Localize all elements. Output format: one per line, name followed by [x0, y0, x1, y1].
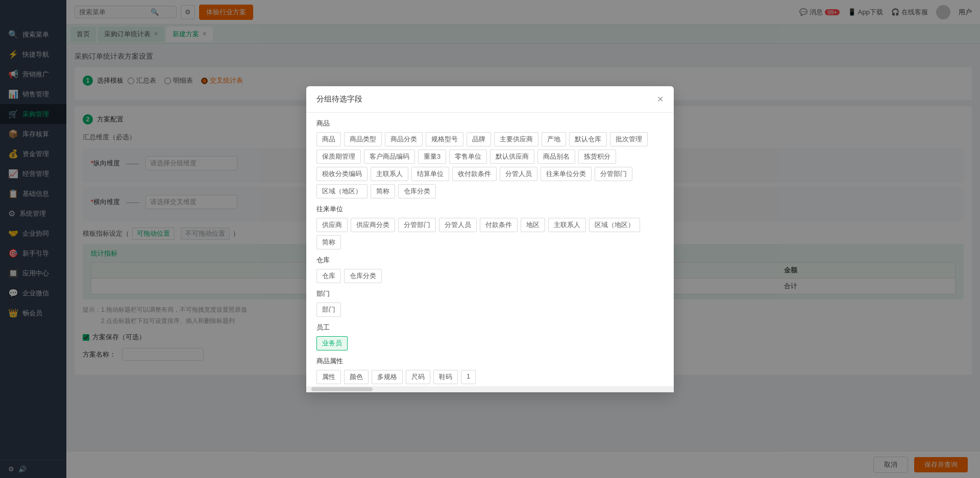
field-weight[interactable]: 重量3: [418, 149, 446, 164]
field-salesperson[interactable]: 业务员: [316, 336, 348, 350]
field-size[interactable]: 尺码: [406, 370, 430, 384]
field-brand[interactable]: 品牌: [467, 132, 491, 146]
field-spec[interactable]: 规格型号: [426, 132, 463, 146]
field-area[interactable]: 地区: [521, 218, 545, 232]
field-supplier[interactable]: 供应商: [316, 218, 348, 232]
employee-fields: 业务员: [316, 336, 664, 350]
partner-fields: 供应商 供应商分类 分管部门 分管人员 付款条件 地区 主联系人 区域（地区） …: [316, 218, 664, 249]
field-pick-score[interactable]: 拣货积分: [578, 149, 616, 164]
section-product: 商品 商品 商品类型 商品分类 规格型号 品牌 主要供应商 产地 默认仓库 批次…: [316, 119, 664, 198]
field-dept2[interactable]: 分管部门: [398, 218, 436, 232]
field-alias[interactable]: 商品别名: [537, 149, 575, 164]
field-abbr-partner[interactable]: 简称: [316, 235, 341, 249]
field-manager2[interactable]: 分管人员: [439, 218, 477, 232]
field-multi-spec[interactable]: 多规格: [372, 370, 403, 384]
field-attr[interactable]: 属性: [316, 370, 341, 384]
modal-body: 商品 商品 商品类型 商品分类 规格型号 品牌 主要供应商 产地 默认仓库 批次…: [306, 113, 674, 387]
field-partner-category[interactable]: 往来单位分类: [541, 167, 592, 181]
field-main-contact[interactable]: 主联系人: [371, 167, 408, 181]
modal-header: 分组待选字段 ✕: [306, 86, 674, 113]
field-settle-unit[interactable]: 结算单位: [411, 167, 449, 181]
field-abbr-product[interactable]: 简称: [371, 184, 395, 198]
field-product-type[interactable]: 商品类型: [344, 132, 382, 146]
field-payment[interactable]: 付款条件: [480, 218, 518, 232]
section-partner: 往来单位 供应商 供应商分类 分管部门 分管人员 付款条件 地区 主联系人 区域…: [316, 205, 664, 249]
section-employee: 员工 业务员: [316, 323, 664, 350]
field-default-supplier[interactable]: 默认供应商: [490, 149, 534, 164]
field-region-product[interactable]: 区域（地区）: [316, 184, 368, 198]
product-fields: 商品 商品类型 商品分类 规格型号 品牌 主要供应商 产地 默认仓库 批次管理 …: [316, 132, 664, 198]
section-product-attr-title: 商品属性: [316, 357, 664, 366]
section-department: 部门 部门: [316, 289, 664, 317]
field-region-partner[interactable]: 区域（地区）: [589, 218, 640, 232]
field-origin[interactable]: 产地: [542, 132, 566, 146]
hscroll-thumb[interactable]: [311, 387, 373, 391]
modal-title: 分组待选字段: [316, 94, 362, 104]
field-expiry[interactable]: 保质期管理: [316, 149, 361, 164]
field-product-category[interactable]: 商品分类: [385, 132, 423, 146]
section-product-title: 商品: [316, 119, 664, 128]
field-shoe-size[interactable]: 鞋码: [433, 370, 458, 384]
section-department-title: 部门: [316, 289, 664, 298]
field-retail-unit[interactable]: 零售单位: [449, 149, 487, 164]
warehouse-fields: 仓库 仓库分类: [316, 269, 664, 283]
field-department[interactable]: 部门: [316, 303, 341, 317]
field-attr-1[interactable]: 1: [461, 370, 476, 384]
field-warehouse[interactable]: 仓库: [316, 269, 341, 283]
field-tax-code[interactable]: 税收分类编码: [316, 167, 368, 181]
department-fields: 部门: [316, 303, 664, 317]
field-dept[interactable]: 分管部门: [595, 167, 632, 181]
field-main-supplier[interactable]: 主要供应商: [494, 132, 538, 146]
section-warehouse-title: 仓库: [316, 256, 664, 265]
modal-hscroll[interactable]: [306, 386, 674, 392]
section-employee-title: 员工: [316, 323, 664, 332]
field-warehouse-category[interactable]: 仓库分类: [344, 269, 382, 283]
field-customer-code[interactable]: 客户商品编码: [364, 149, 415, 164]
modal-close-button[interactable]: ✕: [657, 94, 664, 104]
field-supplier-cat[interactable]: 供应商分类: [351, 218, 395, 232]
field-warehouse-cat[interactable]: 仓库分类: [398, 184, 436, 198]
field-payment-terms[interactable]: 收付款条件: [452, 167, 497, 181]
section-partner-title: 往来单位: [316, 205, 664, 214]
section-product-attr: 商品属性 属性 颜色 多规格 尺码 鞋码 1: [316, 357, 664, 384]
field-contact2[interactable]: 主联系人: [548, 218, 586, 232]
product-attr-fields: 属性 颜色 多规格 尺码 鞋码 1: [316, 370, 664, 384]
section-warehouse: 仓库 仓库 仓库分类: [316, 256, 664, 283]
modal-overlay[interactable]: 分组待选字段 ✕ 商品 商品 商品类型 商品分类 规格型号 品牌 主要供应商 产…: [0, 0, 980, 478]
modal-dialog: 分组待选字段 ✕ 商品 商品 商品类型 商品分类 规格型号 品牌 主要供应商 产…: [306, 86, 674, 392]
field-color[interactable]: 颜色: [344, 370, 369, 384]
field-default-warehouse[interactable]: 默认仓库: [569, 132, 607, 146]
field-manager[interactable]: 分管人员: [500, 167, 537, 181]
field-product[interactable]: 商品: [316, 132, 341, 146]
field-batch[interactable]: 批次管理: [610, 132, 648, 146]
